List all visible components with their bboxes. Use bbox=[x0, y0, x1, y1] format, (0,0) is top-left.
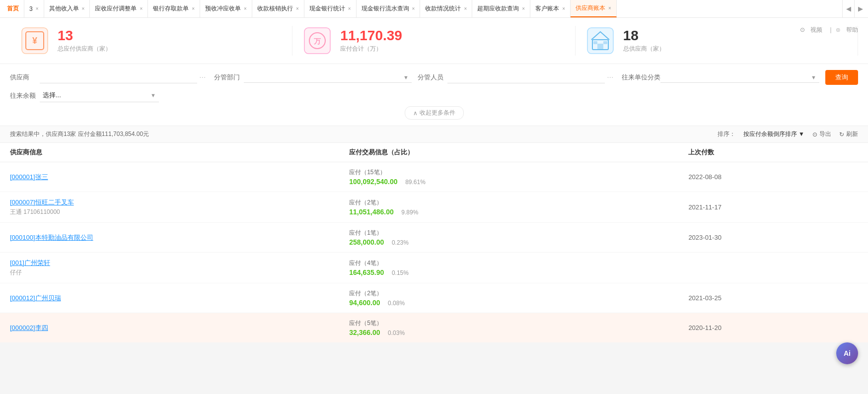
close-collection-stat-icon[interactable]: × bbox=[464, 6, 467, 11]
nav-bank-deposit-label: 银行存取款单 bbox=[153, 4, 189, 13]
category-dropdown-icon[interactable]: ▼ bbox=[811, 74, 816, 80]
last-pay-0: 2022-08-08 bbox=[688, 173, 858, 181]
summary-label-total-suppliers: 总供应商（家） bbox=[623, 45, 848, 53]
person-dots-icon[interactable]: ··· bbox=[605, 73, 615, 82]
supplier-info-4: [000012]广州贝瑞 bbox=[10, 294, 349, 303]
payable-label-5: 应付（5笔） bbox=[349, 319, 688, 328]
nav-cash-bank-stat-label: 现金银行统计 bbox=[309, 4, 345, 13]
supplier-info-2: [000100]本特勤油品有限公司 bbox=[10, 233, 349, 242]
balance-select[interactable]: 选择... ▼ bbox=[40, 89, 159, 102]
supplier-sub-1: 王通 17106110000 bbox=[10, 208, 349, 216]
help-link[interactable]: ｜ ⊙ 帮助 bbox=[828, 26, 858, 33]
filter-dept: 分管部门 ▼ bbox=[214, 72, 412, 83]
dept-select[interactable]: ▼ bbox=[244, 72, 412, 83]
refresh-label: 刷新 bbox=[846, 130, 858, 138]
nav-customer-ledger[interactable]: 客户账本 × bbox=[530, 0, 571, 17]
export-button[interactable]: ⊙ 导出 bbox=[812, 130, 831, 138]
supplier-name-1[interactable]: [000007]恒旺二手叉车 bbox=[10, 198, 349, 207]
svg-text:¥: ¥ bbox=[32, 36, 37, 46]
result-summary-text: 搜索结果中，供应商13家 应付金额111,703,854.00元 bbox=[10, 130, 149, 138]
close-other-income-icon[interactable]: × bbox=[82, 6, 85, 11]
supplier-name-2[interactable]: [000100]本特勤油品有限公司 bbox=[10, 233, 349, 242]
nav-cash-bank-flow[interactable]: 现金银行流水查询 × bbox=[357, 0, 421, 17]
close-bank-deposit-icon[interactable]: × bbox=[192, 6, 195, 11]
nav-collection-stat[interactable]: 收款情况统计 × bbox=[420, 0, 472, 17]
close-cash-bank-flow-icon[interactable]: × bbox=[412, 6, 415, 11]
close-ar-ap-adjust-icon[interactable]: × bbox=[140, 6, 143, 11]
nav-overdue-ar-label: 超期应收款查询 bbox=[477, 4, 519, 13]
sort-label: 排序： bbox=[718, 130, 735, 138]
col-header-supplier: 供应商信息 bbox=[10, 148, 349, 157]
filter-person: 分管人员 ··· bbox=[418, 71, 616, 83]
query-button[interactable]: 查询 bbox=[825, 70, 858, 85]
payable-percent-5: 0.03% bbox=[388, 329, 405, 336]
supplier-info-5: [000002]李四 bbox=[10, 324, 349, 332]
nav-supplier-ledger-label: 供应商账本 bbox=[576, 4, 605, 12]
payable-amount-3[interactable]: 164,635.90 bbox=[349, 268, 384, 276]
filter-dept-label: 分管部门 bbox=[214, 73, 244, 82]
nav-pre-ar[interactable]: 预收冲应收单 × bbox=[200, 0, 252, 17]
close-customer-ledger-icon[interactable]: × bbox=[562, 6, 565, 11]
nav-bank-deposit[interactable]: 银行存取款单 × bbox=[148, 0, 200, 17]
sort-value[interactable]: 按应付余额倒序排序 ▼ bbox=[743, 130, 804, 138]
summary-label-suppliers-payable: 总应付供应商（家） bbox=[58, 45, 282, 53]
supplier-sub-3: 仔仔 bbox=[10, 268, 349, 277]
summary-bar: ¥ 13 总应付供应商（家） 万 11,170.39 应付合计（万） bbox=[0, 18, 868, 64]
refresh-button[interactable]: ↻ 刷新 bbox=[839, 130, 858, 138]
video-help-link[interactable]: ⊙ 视频 bbox=[800, 26, 822, 33]
sort-dropdown-icon: ▼ bbox=[798, 131, 804, 137]
close-supplier-ledger-icon[interactable]: × bbox=[608, 5, 611, 11]
supplier-name-0[interactable]: [000001]张三 bbox=[10, 173, 349, 182]
dept-dropdown-icon[interactable]: ▼ bbox=[403, 74, 409, 80]
summary-help: ⊙ 视频 ｜ ⊙ 帮助 bbox=[796, 26, 858, 34]
close-collection-icon[interactable]: × bbox=[296, 6, 299, 11]
summary-number-payable-total: 11,170.39 bbox=[340, 29, 565, 43]
payable-label-3: 应付（4笔） bbox=[349, 259, 688, 267]
nav-collection[interactable]: 收款核销执行 × bbox=[252, 0, 304, 17]
close-pre-ar-icon[interactable]: × bbox=[244, 6, 247, 11]
close-cash-bank-stat-icon[interactable]: × bbox=[348, 6, 351, 11]
payable-amount-5[interactable]: 32,366.00 bbox=[349, 328, 380, 336]
result-bar: 搜索结果中，供应商13家 应付金额111,703,854.00元 排序： 按应付… bbox=[0, 126, 868, 143]
payable-amount-0[interactable]: 100,092,540.00 bbox=[349, 178, 397, 186]
category-select[interactable]: ▼ bbox=[660, 72, 820, 83]
balance-dropdown-icon[interactable]: ▼ bbox=[150, 92, 156, 98]
filter-row-2: 往来余额 选择... ▼ bbox=[10, 89, 858, 102]
col-header-payable: 应付交易信息（占比） bbox=[349, 148, 688, 157]
payable-amount-1[interactable]: 11,051,486.00 bbox=[349, 208, 394, 216]
payable-info-4: 应付（2笔） 94,600.00 0.08% bbox=[349, 289, 688, 307]
nav-cash-bank-stat[interactable]: 现金银行统计 × bbox=[304, 0, 357, 17]
collapse-button[interactable]: ∧ 收起更多条件 bbox=[405, 106, 464, 120]
collapse-label: 收起更多条件 bbox=[420, 109, 455, 117]
supplier-dots-icon[interactable]: ··· bbox=[197, 73, 208, 82]
summary-number-suppliers-payable: 13 bbox=[58, 29, 282, 43]
supplier-name-4[interactable]: [000012]广州贝瑞 bbox=[10, 294, 349, 303]
person-input[interactable] bbox=[447, 71, 605, 83]
payable-percent-4: 0.08% bbox=[388, 300, 405, 307]
collapse-filter-area: ∧ 收起更多条件 bbox=[10, 106, 858, 120]
close-tab-3-icon[interactable]: × bbox=[36, 6, 39, 11]
nav-arrow-left[interactable]: ◀ bbox=[842, 0, 854, 18]
payable-amount-4[interactable]: 94,600.00 bbox=[349, 299, 380, 307]
supplier-info-0: [000001]张三 bbox=[10, 173, 349, 182]
sort-value-text: 按应付余额倒序排序 bbox=[743, 131, 797, 137]
supplier-name-5[interactable]: [000002]李四 bbox=[10, 324, 349, 332]
nav-ar-ap-adjust[interactable]: 应收应付调整单 × bbox=[90, 0, 148, 17]
nav-arrow-right[interactable]: ▶ bbox=[854, 0, 866, 18]
nav-supplier-ledger[interactable]: 供应商账本 × bbox=[571, 0, 617, 17]
last-pay-1: 2021-11-17 bbox=[688, 203, 858, 211]
nav-home[interactable]: 首页 bbox=[2, 0, 24, 17]
nav-overdue-ar[interactable]: 超期应收款查询 × bbox=[472, 0, 530, 17]
summary-text-suppliers-payable: 13 总应付供应商（家） bbox=[58, 29, 282, 53]
table-row: [000012]广州贝瑞 应付（2笔） 94,600.00 0.08% 2021… bbox=[0, 283, 868, 313]
payable-label-0: 应付（15笔） bbox=[349, 168, 688, 177]
supplier-input[interactable] bbox=[40, 71, 197, 83]
nav-tab-3[interactable]: 3 × bbox=[24, 0, 44, 17]
nav-other-income[interactable]: 其他收入单 × bbox=[44, 0, 90, 17]
payable-percent-0: 89.61% bbox=[405, 179, 426, 186]
close-overdue-ar-icon[interactable]: × bbox=[522, 6, 525, 11]
supplier-name-3[interactable]: [001]广州荣轩 bbox=[10, 259, 349, 267]
nav-tab-3-label: 3 bbox=[29, 5, 33, 12]
payable-amount-2[interactable]: 258,000.00 bbox=[349, 238, 384, 246]
summary-icon-supplier: ¥ bbox=[20, 26, 50, 56]
